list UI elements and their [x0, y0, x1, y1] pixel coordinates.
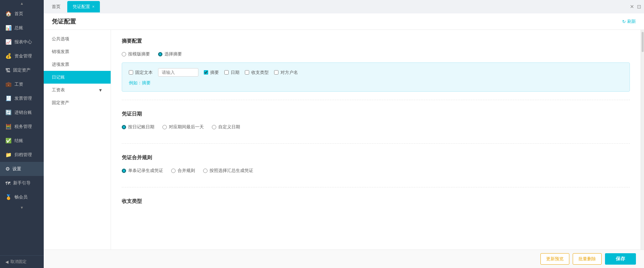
batch-delete-button[interactable]: 批量删除 [573, 253, 602, 265]
tab-close-window-button[interactable]: ✕ [630, 4, 634, 10]
radio-template-summary-input[interactable] [122, 52, 126, 56]
example-prefix: 例如： [129, 80, 142, 85]
right-content: 摘要配置 按模版摘要 选择摘要 固定文本 [111, 30, 641, 250]
sidebar-item-settlement[interactable]: ✅ 结账 [0, 134, 44, 148]
sidebar-item-settings[interactable]: ⚙ 设置 [0, 162, 44, 176]
sidebar-item-report[interactable]: 📈 报表中心 [0, 35, 44, 49]
refresh-icon: ↻ [622, 19, 626, 24]
checkbox-summary[interactable]: 摘要 [204, 70, 219, 76]
sidebar-cancel-fix[interactable]: ◀ 取消固定 [0, 255, 44, 268]
radio-select-summary-label: 选择摘要 [164, 51, 182, 57]
checkbox-income-type-input[interactable] [245, 70, 249, 75]
radio-journal-date-input[interactable] [122, 125, 126, 129]
voucher-merge-section-title: 凭证合并规则 [122, 154, 630, 161]
radio-last-day[interactable]: 对应期间最后一天 [162, 124, 204, 130]
sidebar-label-guide: 新手引导 [13, 180, 31, 186]
left-nav-public-label: 公共选项 [52, 36, 69, 41]
checkbox-fixed-text[interactable]: 固定文本 [129, 70, 153, 76]
tab-restore-button[interactable]: ⊡ [637, 4, 641, 10]
radio-single[interactable]: 单条记录生成凭证 [122, 168, 163, 174]
sidebar-item-funds[interactable]: 💰 资金管理 [0, 49, 44, 63]
summary-radio-group: 按模版摘要 选择摘要 [122, 51, 630, 57]
voucher-merge-radio-group: 单条记录生成凭证 合并规则 按照选择汇总生成凭证 [122, 168, 630, 174]
checkbox-date-input[interactable] [224, 70, 229, 75]
radio-summary-gen[interactable]: 按照选择汇总生成凭证 [203, 168, 253, 174]
radio-merge-input[interactable] [171, 169, 176, 173]
tab-bar: 首页 凭证配置 × ✕ ⊡ [44, 0, 644, 13]
left-nav-sales-invoice[interactable]: 销项发票 [44, 45, 111, 58]
left-nav-payroll-table-label: 工资表 [52, 87, 65, 93]
main-area: 首页 凭证配置 × ✕ ⊡ 凭证配置 ↻ 刷新 公共选项 销项发票 进项 [44, 0, 644, 268]
tab-bar-actions: ✕ ⊡ [630, 4, 641, 10]
sidebar-item-invoice-mgmt[interactable]: 🧾 发票管理 [0, 91, 44, 105]
summary-config-box: 固定文本 摘要 日期 收支类型 [122, 62, 630, 92]
member-icon: 🏅 [5, 194, 12, 200]
radio-summary-gen-input[interactable] [203, 169, 207, 173]
sidebar-item-guide[interactable]: 🗺 新手引导 [0, 176, 44, 190]
sidebar-item-tax[interactable]: 🧮 税务管理 [0, 120, 44, 134]
left-nav-fixed-assets[interactable]: 固定资产 [44, 96, 111, 109]
left-nav: 公共选项 销项发票 进项发票 日记账 工资表 ▼ 固定资产 [44, 30, 111, 250]
cancel-fix-icon: ◀ [5, 260, 8, 264]
radio-last-day-input[interactable] [162, 125, 167, 129]
radio-select-summary-input[interactable] [158, 52, 162, 56]
ledger-icon: 📊 [5, 25, 12, 31]
sidebar: ▲ 🏠 首页 📊 总账 📈 报表中心 💰 资金管理 🏗 固定资产 💼 工资 🧾 … [0, 0, 44, 268]
income-type-section: 收支类型 [122, 198, 630, 219]
summary-section-title: 摘要配置 [122, 38, 630, 44]
fixed-text-input[interactable] [158, 68, 198, 77]
checkbox-income-type-label: 收支类型 [251, 70, 269, 76]
sidebar-scroll-down[interactable]: ▼ [0, 204, 44, 211]
sidebar-label-tax: 税务管理 [14, 124, 32, 130]
left-nav-payroll-table[interactable]: 工资表 ▼ [44, 84, 111, 96]
fixed-assets-icon: 🏗 [5, 68, 10, 73]
left-nav-journal[interactable]: 日记账 [44, 71, 111, 84]
checkbox-fixed-text-label: 固定文本 [135, 70, 153, 76]
sidebar-item-ledger[interactable]: 📊 总账 [0, 21, 44, 35]
outer-scrollbar[interactable] [641, 30, 644, 250]
sidebar-item-archive[interactable]: 📁 归档管理 [0, 148, 44, 162]
radio-single-input[interactable] [122, 169, 126, 173]
bottom-action-bar: 更新预览 批量删除 保存 [44, 250, 644, 268]
refresh-button[interactable]: ↻ 刷新 [622, 18, 636, 25]
sidebar-item-payroll[interactable]: 💼 工资 [0, 77, 44, 91]
radio-single-label: 单条记录生成凭证 [128, 168, 163, 174]
checkbox-date[interactable]: 日期 [224, 70, 239, 76]
sidebar-item-member[interactable]: 🏅 畅会员 [0, 190, 44, 204]
voucher-date-radio-group: 按日记账日期 对应期间最后一天 自定义日期 [122, 124, 630, 130]
tax-icon: 🧮 [5, 124, 12, 130]
checkbox-summary-input[interactable] [204, 70, 208, 75]
sidebar-item-purchase-sales[interactable]: 🔄 进销台账 [0, 105, 44, 120]
radio-custom-date-input[interactable] [212, 125, 216, 129]
example-value: 摘要 [142, 80, 151, 85]
sidebar-label-report: 报表中心 [14, 39, 32, 45]
radio-last-day-label: 对应期间最后一天 [169, 124, 204, 130]
left-nav-purchase-invoice[interactable]: 进项发票 [44, 58, 111, 71]
radio-template-summary[interactable]: 按模版摘要 [122, 51, 150, 57]
left-nav-public[interactable]: 公共选项 [44, 33, 111, 45]
radio-select-summary[interactable]: 选择摘要 [158, 51, 182, 57]
update-preview-button[interactable]: 更新预览 [540, 253, 569, 265]
left-nav-purchase-invoice-label: 进项发票 [52, 62, 69, 67]
radio-merge-label: 合并规则 [178, 168, 195, 174]
checkbox-fixed-text-input[interactable] [129, 70, 133, 75]
tab-voucher-config[interactable]: 凭证配置 × [67, 1, 100, 12]
radio-journal-date[interactable]: 按日记账日期 [122, 124, 154, 130]
sidebar-item-home[interactable]: 🏠 首页 [0, 7, 44, 21]
sidebar-scroll-up[interactable]: ▲ [0, 0, 44, 7]
checkbox-income-type[interactable]: 收支类型 [245, 70, 269, 76]
checkbox-counterparty-input[interactable] [274, 70, 278, 75]
checkbox-summary-label: 摘要 [210, 70, 219, 76]
sidebar-label-member: 畅会员 [14, 194, 28, 200]
radio-custom-date[interactable]: 自定义日期 [212, 124, 240, 130]
tab-voucher-config-label: 凭证配置 [73, 4, 90, 10]
report-icon: 📈 [5, 39, 12, 45]
radio-merge[interactable]: 合并规则 [171, 168, 195, 174]
scrollbar-thumb [642, 32, 644, 52]
sidebar-item-fixed-assets[interactable]: 🏗 固定资产 [0, 63, 44, 77]
tab-home[interactable]: 首页 [46, 1, 66, 12]
tab-close-icon[interactable]: × [92, 4, 94, 9]
checkbox-counterparty[interactable]: 对方户名 [274, 70, 298, 76]
payroll-icon: 💼 [5, 81, 12, 87]
save-button[interactable]: 保存 [605, 253, 636, 265]
